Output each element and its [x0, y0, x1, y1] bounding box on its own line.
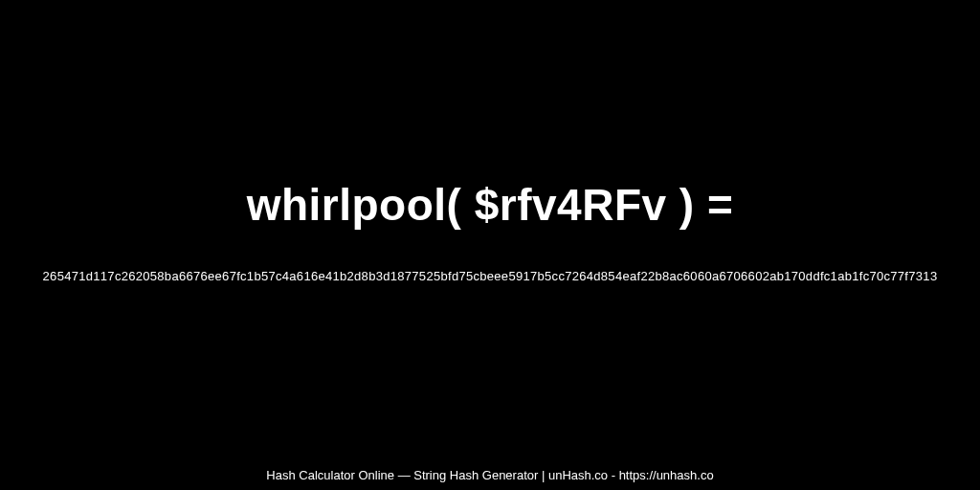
footer-text: Hash Calculator Online — String Hash Gen… [0, 468, 980, 482]
main-content: whirlpool( $rfv4RFv ) = 265471d117c26205… [0, 0, 980, 490]
hash-expression: whirlpool( $rfv4RFv ) = [247, 179, 734, 231]
hash-output: 265471d117c262058ba6676ee67fc1b57c4a616e… [43, 269, 938, 283]
